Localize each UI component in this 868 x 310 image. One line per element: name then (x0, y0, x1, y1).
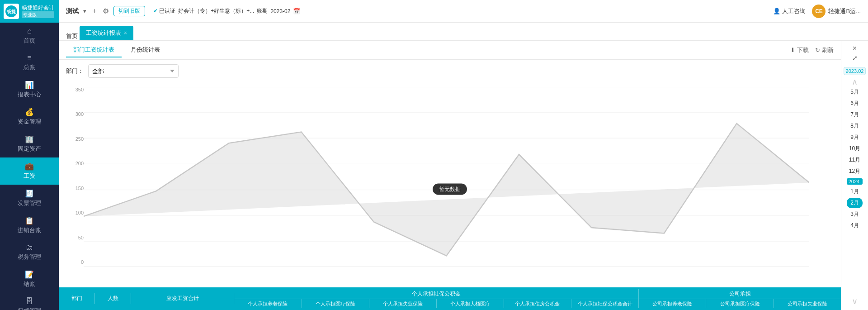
company-name: 测试 (66, 7, 79, 15)
download-button[interactable]: ⬇ 下载 (790, 46, 809, 54)
sidebar-item-home[interactable]: ⌂ 首页 (0, 23, 59, 49)
y-axis: 0 50 100 150 200 250 300 350 (68, 87, 84, 265)
sidebar-item-ledger[interactable]: ≡ 总账 (0, 49, 59, 76)
calendar-icon[interactable]: 📅 (293, 8, 300, 14)
sidebar-item-tax[interactable]: 🗂 税务管理 (0, 239, 59, 266)
month-8[interactable]: 8月 (848, 121, 862, 131)
th-personal-total: 个人承担社保公积金合计 (571, 299, 638, 308)
period-label: 账期 (257, 7, 268, 15)
sidebar-item-label: 工资 (24, 172, 35, 180)
sidebar-item-label: 发票管理 (18, 199, 41, 207)
sidebar-item-archive[interactable]: 🗄 归档管理 (0, 293, 59, 310)
month-1-2024[interactable]: 1月 (848, 186, 862, 197)
y-label-350: 350 (68, 87, 84, 92)
sidebar-logo: 畅捷 畅捷通好会计 专业版 (0, 0, 59, 23)
month-4-2024[interactable]: 4月 (848, 220, 862, 231)
switch-mode-button[interactable]: 切到旧版 (113, 6, 145, 16)
th-company-pension: 公司承担养老保险 (639, 299, 706, 308)
y-label-200: 200 (68, 161, 84, 166)
checkout-icon: 📝 (25, 270, 34, 279)
sidebar-item-label: 固定资产 (18, 145, 41, 153)
year-2024-label: 2024. (847, 178, 863, 185)
sidebar-item-assets[interactable]: 🏢 固定资产 (0, 130, 59, 157)
add-button[interactable]: ＋ (91, 6, 98, 16)
sidebar-item-sales[interactable]: 📋 进销台账 (0, 212, 59, 239)
month-7[interactable]: 7月 (848, 110, 862, 120)
month-3-2024[interactable]: 3月 (848, 209, 862, 219)
y-label-50: 50 (68, 235, 84, 240)
sidebar-item-label: 结账 (24, 280, 35, 288)
company-dropdown-icon[interactable]: ▾ (83, 8, 86, 14)
th-dept: 部门 (59, 293, 95, 304)
sub-tab-actions: ⬇ 下载 ↻ 刷新 (790, 46, 834, 54)
th-count: 人数 (95, 293, 131, 304)
tabbar: 首页 工资统计报表 × (59, 23, 868, 41)
topbar-tags: ✔ ✔ 已认证 已认证 好会计（专）+好生意（标）+... 账期 2023-02… (153, 7, 300, 15)
content-area: 部门工资统计表 月份统计表 ⬇ 下载 ↻ 刷新 部门： (59, 41, 868, 310)
invoice-icon: 🧾 (25, 189, 34, 198)
panel-months: 5月 6月 7月 8月 9月 10月 11月 12月 2024. 1月 2月 3… (846, 87, 863, 296)
sidebar-item-checkout[interactable]: 📝 结账 (0, 266, 59, 293)
refresh-button[interactable]: ↻ 刷新 (815, 46, 834, 54)
logo-icon: 畅捷 (4, 4, 19, 19)
sidebar-item-funds[interactable]: 💰 资金管理 (0, 103, 59, 130)
panel-expand-button[interactable]: ⤢ (852, 54, 858, 62)
chart-tooltip: 暂无数据 (433, 183, 467, 195)
y-label-100: 100 (68, 210, 84, 215)
th-group-company: 公司承担 公司承担养老保险 公司承担医疗保险 公司承担失业保险 (639, 289, 841, 309)
gear-button[interactable]: ⚙ (103, 7, 109, 15)
sidebar-item-label: 归档管理 (18, 307, 41, 310)
month-6[interactable]: 6月 (848, 98, 862, 109)
sub-tab-dept[interactable]: 部门工资统计表 (66, 43, 122, 57)
y-label-250: 250 (68, 136, 84, 142)
sidebar-logo-text: 畅捷通好会计 专业版 (22, 5, 54, 19)
sub-tabbar: 部门工资统计表 月份统计表 ⬇ 下载 ↻ 刷新 (59, 41, 841, 60)
month-5[interactable]: 5月 (848, 87, 862, 97)
month-11[interactable]: 11月 (846, 155, 863, 165)
service-icon: 👤 (773, 8, 780, 14)
y-label-0: 0 (68, 259, 84, 265)
th-group-company-cols: 公司承担养老保险 公司承担医疗保险 公司承担失业保险 (639, 299, 841, 308)
y-label-300: 300 (68, 111, 84, 117)
sidebar-item-salary[interactable]: 💼 工资 (0, 157, 59, 185)
page-content: 部门工资统计表 月份统计表 ⬇ 下载 ↻ 刷新 部门： (59, 41, 841, 310)
filter-label: 部门： (66, 67, 84, 75)
assets-icon: 🏢 (25, 135, 34, 143)
month-10[interactable]: 10月 (846, 143, 863, 154)
sidebar-item-invoice[interactable]: 🧾 发票管理 (0, 185, 59, 212)
th-personal-medical: 个人承担医疗保险 (302, 299, 369, 308)
panel-date-trigger[interactable]: 2023.02 (844, 67, 866, 75)
user-avatar[interactable]: CE 轻捷通B运... (812, 5, 861, 18)
funds-icon: 💰 (25, 108, 34, 116)
table-header: 部门 人数 应发工资合计 个人承担社保公积金 个人承担养老保险 个人承担医疗保险… (59, 287, 841, 310)
sidebar-item-label: 税务管理 (18, 253, 41, 261)
month-9[interactable]: 9月 (848, 132, 862, 143)
salary-icon: 💼 (25, 162, 34, 171)
period-value: 2023-02 (270, 8, 290, 14)
tab-home[interactable]: 首页 (66, 32, 78, 40)
certified-tag: ✔ ✔ 已认证 已认证 (153, 7, 175, 15)
panel-close-button[interactable]: × (853, 44, 857, 52)
month-2-2024[interactable]: 2月 (847, 198, 863, 208)
tab-salary-report[interactable]: 工资统计报表 × (80, 26, 133, 40)
tab-close-icon[interactable]: × (124, 30, 127, 36)
panel-nav-up[interactable]: ∧ (852, 77, 858, 87)
chart-svg (84, 87, 809, 267)
y-label-150: 150 (68, 186, 84, 191)
month-12[interactable]: 12月 (846, 166, 863, 176)
sidebar-item-reports[interactable]: 📊 报表中心 (0, 76, 59, 103)
th-group-personal-cols: 个人承担养老保险 个人承担医疗保险 个人承担失业保险 个人承担大额医疗 个人承担… (234, 299, 638, 308)
filter-bar: 部门： 全部 销售部 财务部 人事部 (59, 60, 841, 82)
tax-icon: 🗂 (26, 243, 33, 252)
reports-icon: 📊 (25, 81, 34, 89)
service-button[interactable]: 👤 人工咨询 (773, 7, 806, 15)
sidebar-item-label: 总账 (24, 63, 35, 72)
department-select[interactable]: 全部 销售部 财务部 人事部 (88, 64, 179, 78)
archive-icon: 🗄 (26, 297, 33, 305)
th-personal-major-medical: 个人承担大额医疗 (437, 299, 504, 308)
sidebar-item-label: 资金管理 (18, 118, 41, 126)
sub-tab-monthly[interactable]: 月份统计表 (123, 43, 167, 57)
chart-container: 0 50 100 150 200 250 300 350 暂无数据 (59, 82, 841, 287)
panel-nav-down[interactable]: ∨ (852, 296, 858, 306)
topbar: 测试 ▾ ＋ ⚙ 切到旧版 ✔ ✔ 已认证 已认证 好会计（专）+好生意（标）+… (59, 0, 868, 23)
